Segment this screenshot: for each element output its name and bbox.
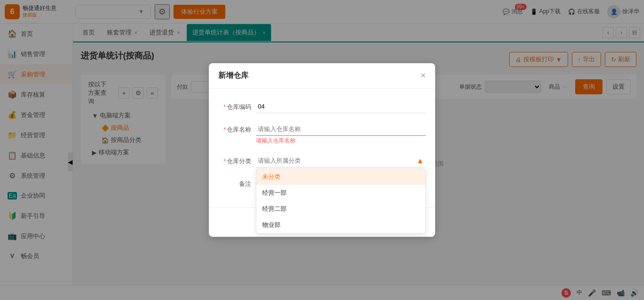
name-control: 请输入仓库名称 <box>256 123 426 145</box>
dialog-overlay: 新增仓库 × *仓库编码 *仓库名称 请输入仓库名称 <box>0 0 644 300</box>
category-dropdown-list: 未分类 经营一部 经营二部 物业部 <box>256 168 426 233</box>
dialog-header: 新增仓库 × <box>209 63 435 89</box>
dropdown-option-1[interactable]: 经营一部 <box>256 185 425 201</box>
form-row-name: *仓库名称 请输入仓库名称 <box>218 123 426 145</box>
name-error-msg: 请输入仓库名称 <box>256 137 426 145</box>
warehouse-name-input[interactable] <box>256 123 426 136</box>
dropdown-option-2[interactable]: 经营二部 <box>256 201 425 217</box>
category-label: *仓库分类 <box>218 154 256 166</box>
name-label: *仓库名称 <box>218 123 256 134</box>
warehouse-code-input[interactable] <box>256 100 426 113</box>
dropdown-option-0[interactable]: 未分类 <box>256 169 425 185</box>
dialog-title: 新增仓库 <box>218 71 248 81</box>
dropdown-option-3[interactable]: 物业部 <box>256 217 425 233</box>
form-row-category: *仓库分类 ▲ 未分类 经营一部 经营二部 物业部 <box>218 154 426 167</box>
dialog-body: *仓库编码 *仓库名称 请输入仓库名称 *仓库分类 <box>209 89 435 207</box>
code-control <box>256 100 426 113</box>
dialog-close-button[interactable]: × <box>421 71 426 81</box>
category-control: ▲ 未分类 经营一部 经营二部 物业部 <box>256 154 426 167</box>
code-label: *仓库编码 <box>218 100 256 111</box>
notes-label: 备注 <box>218 177 256 188</box>
warehouse-category-input[interactable] <box>256 154 426 167</box>
category-dropdown-toggle[interactable]: ▲ <box>416 157 424 165</box>
new-warehouse-dialog: 新增仓库 × *仓库编码 *仓库名称 请输入仓库名称 <box>209 63 435 237</box>
form-row-code: *仓库编码 <box>218 100 426 113</box>
